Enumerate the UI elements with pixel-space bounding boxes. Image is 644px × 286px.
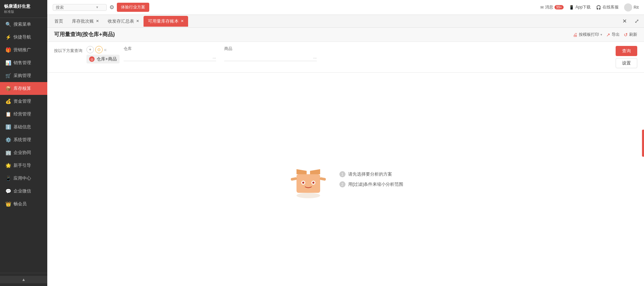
app-download-label: App下载: [575, 4, 591, 10]
sidebar-item-finance[interactable]: 💰 资金管理: [0, 95, 47, 108]
sidebar-item-label: 库存核算: [14, 85, 31, 92]
warehouse-input[interactable]: [124, 54, 211, 59]
page-content: 可用量查询(按仓库+商品) 🖨 按模板打印 ▾ ↗ 导出 ↺ 刷新 按以下方案: [47, 28, 644, 286]
star-icon: 🌟: [5, 163, 11, 168]
sidebar-item-enterprise-wechat[interactable]: 💬 企业微信: [0, 185, 47, 198]
product-more-button[interactable]: ...: [313, 55, 317, 59]
sidebar-bottom: ▲: [0, 273, 47, 286]
message-label: 消息: [545, 4, 553, 10]
sidebar-item-label: 营销推广: [14, 47, 31, 53]
scheme-item-icon: ◎: [89, 56, 95, 62]
sidebar-item-app-center[interactable]: 📱 应用中心: [0, 172, 47, 185]
sidebar-item-label: 系统管理: [14, 137, 31, 143]
sidebar: 畅康通好生意 标准版 🔍 搜索菜单 ⚡ 快捷导航 🎁 营销推广 📊 销售管理 🛒…: [0, 0, 47, 286]
filter-label: 按以下方案查询: [54, 46, 82, 54]
header-settings-icon[interactable]: ⚙: [109, 4, 114, 10]
user-info[interactable]: Rit: [624, 3, 639, 11]
title-actions: 🖨 按模板打印 ▾ ↗ 导出 ↺ 刷新: [573, 32, 637, 37]
export-button[interactable]: ↗ 导出: [606, 32, 620, 37]
top-header: ▾ ⚙ 体验行业方案 ✉ 消息 99+ 📱 App下载 🎧 在线客服 Rit: [47, 0, 644, 15]
headset-icon: 🎧: [596, 5, 601, 10]
empty-text: 1 请先选择要分析的方案 2 用[过滤]条件来缩小分析范围: [339, 171, 403, 187]
online-service-label: 在线客服: [602, 4, 619, 10]
sidebar-item-basic-info[interactable]: ℹ️ 基础信息: [0, 121, 47, 133]
header-right: ✉ 消息 99+ 📱 App下载 🎧 在线客服 Rit: [540, 3, 639, 11]
collapse-filter-button[interactable]: «: [104, 47, 107, 52]
warehouse-more-button[interactable]: ...: [213, 55, 216, 59]
maximize-tab-button[interactable]: ⤢: [632, 17, 641, 26]
query-button[interactable]: 查询: [616, 46, 637, 56]
query-actions: 查询 设置: [616, 46, 637, 68]
svg-point-0: [297, 193, 320, 198]
tab-inventory-batch[interactable]: 库存批次账 ✕: [68, 16, 103, 27]
sidebar-item-purchase[interactable]: 🛒 采购管理: [0, 69, 47, 82]
sidebar-item-operations[interactable]: 📋 经营管理: [0, 108, 47, 121]
tab-home-label: 首页: [54, 18, 63, 24]
global-search-bar[interactable]: ▾: [53, 4, 107, 11]
tab-inventory-batch-label: 库存批次账: [72, 18, 94, 24]
empty-illustration: [288, 159, 329, 200]
sidebar-item-shortcut[interactable]: ⚡ 快捷导航: [0, 31, 47, 44]
warehouse-label: 仓库: [124, 46, 216, 52]
sidebar-item-marketing[interactable]: 🎁 营销推广: [0, 44, 47, 56]
clipboard-icon: 📋: [5, 111, 11, 117]
sidebar-item-member[interactable]: 👑 畅会员: [0, 198, 47, 210]
sidebar-item-label: 应用中心: [14, 175, 31, 181]
tab-available-inventory-label: 可用量库存账本: [148, 18, 179, 24]
search-dropdown-icon[interactable]: ▾: [96, 5, 98, 9]
avatar: [624, 3, 632, 11]
sidebar-scroll-up[interactable]: ▲: [0, 276, 47, 283]
empty-hint-2: 2 用[过滤]条件来缩小分析范围: [339, 181, 403, 187]
add-scheme-button[interactable]: +: [86, 46, 94, 53]
sidebar-item-sales[interactable]: 📊 销售管理: [0, 56, 47, 69]
export-icon: ↗: [606, 32, 610, 37]
tab-inventory-batch-close[interactable]: ✕: [96, 19, 99, 23]
sidebar-logo: 畅康通好生意 标准版: [0, 0, 47, 18]
product-input[interactable]: [224, 54, 312, 59]
sidebar-item-system[interactable]: ⚙️ 系统管理: [0, 133, 47, 146]
info-icon: ℹ️: [5, 124, 11, 130]
print-icon: 🖨: [573, 32, 577, 37]
filter-schemes: + ⊙ « ◎ 仓库+商品: [86, 46, 120, 63]
user-name: Rit: [634, 5, 639, 10]
sidebar-item-enterprise[interactable]: 🏢 企业协同: [0, 146, 47, 159]
sidebar-item-label: 搜索菜单: [14, 21, 31, 27]
trial-industry-button[interactable]: 体验行业方案: [117, 3, 149, 12]
svg-point-4: [302, 182, 304, 184]
query-fields: 仓库 ... 商品 ...: [124, 46, 612, 61]
gear-icon: ⚙️: [5, 137, 11, 142]
refresh-button[interactable]: ↺ 刷新: [624, 32, 637, 37]
header-left: ▾ ⚙ 体验行业方案: [53, 3, 149, 12]
page-title: 可用量查询(按仓库+商品): [54, 31, 115, 38]
app-download-action[interactable]: 📱 App下载: [569, 4, 591, 10]
svg-rect-6: [290, 177, 297, 181]
sidebar-item-label: 资金管理: [14, 98, 31, 104]
sidebar-item-label: 经营管理: [14, 111, 31, 117]
tab-home[interactable]: 首页: [50, 16, 68, 27]
sidebar-item-label: 基础信息: [14, 124, 31, 130]
svg-point-5: [312, 182, 314, 184]
print-button[interactable]: 🖨 按模板打印 ▾: [573, 32, 602, 37]
close-tab-button[interactable]: ✕: [620, 17, 629, 26]
tab-available-inventory-close[interactable]: ✕: [181, 19, 184, 23]
sidebar-item-search[interactable]: 🔍 搜索菜单: [0, 18, 47, 31]
print-dropdown-icon[interactable]: ▾: [600, 33, 602, 36]
product-field: 商品 ...: [224, 46, 317, 61]
sidebar-item-inventory[interactable]: 📦 库存核算: [0, 82, 47, 95]
message-action[interactable]: ✉ 消息 99+: [540, 4, 564, 10]
mobile-icon: 📱: [5, 176, 11, 181]
scheme-settings-button[interactable]: ⊙: [95, 46, 103, 53]
refresh-label: 刷新: [629, 32, 637, 37]
tab-collect-inventory-close[interactable]: ✕: [136, 19, 139, 23]
scheme-item-warehouse-product[interactable]: ◎ 仓库+商品: [86, 55, 120, 63]
tab-available-inventory[interactable]: 可用量库存账本 ✕: [144, 16, 188, 27]
sidebar-item-newbie[interactable]: 🌟 新手引导: [0, 159, 47, 172]
message-badge: 99+: [555, 5, 564, 9]
tab-collect-inventory[interactable]: 收发存汇总表 ✕: [103, 16, 144, 27]
global-search-input[interactable]: [56, 5, 96, 10]
tab-controls: ✕ ⤢: [620, 17, 641, 26]
chat-icon: 💬: [5, 188, 11, 194]
gift-icon: 🎁: [5, 47, 11, 53]
settings-button[interactable]: 设置: [616, 58, 637, 68]
online-service-action[interactable]: 🎧 在线客服: [596, 4, 619, 10]
